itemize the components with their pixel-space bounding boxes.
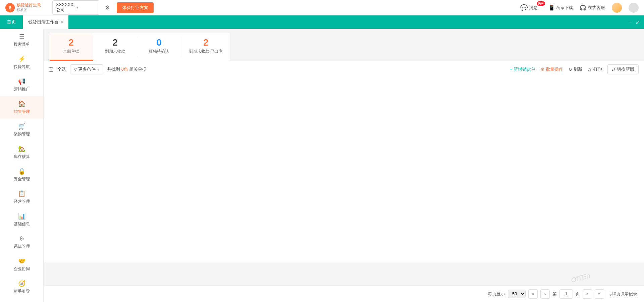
tab-home[interactable]: 首页 — [0, 15, 23, 29]
stat-label-all: 全部单据 — [63, 49, 79, 54]
sidebar-item-operations[interactable]: 📋 经营管理 — [0, 186, 43, 208]
switch-button[interactable]: ⇄ 切换新版 — [607, 64, 639, 74]
sidebar-label-guide: 新手引导 — [14, 289, 30, 294]
prev-page-icon: < — [544, 291, 546, 296]
sidebar-item-app-center[interactable]: 📦 应用中心 — [0, 298, 43, 302]
company-selector[interactable]: XXXXXX公司 ▾ — [52, 0, 99, 15]
online-service-label: 在线客服 — [588, 5, 605, 11]
sidebar-item-search[interactable]: ☰ 搜索菜单 — [0, 29, 43, 51]
sidebar-label-system: 系统管理 — [14, 244, 30, 249]
online-service-item[interactable]: 🎧 在线客服 — [580, 4, 605, 11]
logo-area: 6 畅捷通好生意 标准版 — [5, 3, 49, 13]
next-page-button[interactable]: > — [583, 289, 592, 299]
filter-button[interactable]: ▽ 更多条件 ∨ — [70, 64, 103, 74]
logo-sub: 标准版 — [17, 8, 41, 12]
batch-operation-button[interactable]: ⊞ 批量操作 — [541, 66, 563, 72]
sidebar: ☰ 搜索菜单 ⚡ 快捷导航 📢 营销推广 🏠 销售管理 🛒 采购管理 🏡 库存核… — [0, 29, 44, 302]
sidebar-label-search: 搜索菜单 — [14, 42, 30, 47]
stat-card-overdue[interactable]: 2 到期未收款 — [93, 33, 137, 61]
message-icon: 💬 — [520, 4, 528, 11]
online-service-icon: 🎧 — [580, 4, 586, 11]
tab-bar-actions: − ⤢ — [629, 19, 644, 25]
sidebar-item-sales[interactable]: 🏠 销售管理 — [0, 96, 43, 119]
total-info: 共0页,0条记录 — [609, 291, 637, 297]
stat-num-overdue: 2 — [112, 37, 118, 48]
app-download-item[interactable]: 📱 App下载 — [548, 4, 573, 11]
cooperation-icon: 🤝 — [18, 257, 25, 265]
sidebar-label-purchase: 采购管理 — [14, 131, 30, 137]
system-icon: ⚙ — [19, 235, 24, 242]
sidebar-item-inventory[interactable]: 🏡 库存核算 — [0, 141, 43, 164]
stats-section: 2 全部单据 2 到期未收款 0 旺铺待确认 2 到期未收款 已出库 — [44, 29, 644, 61]
filter-arrow-icon: ∨ — [97, 68, 99, 71]
refresh-button[interactable]: ↻ 刷新 — [569, 66, 582, 72]
prev-page-button[interactable]: < — [540, 289, 550, 299]
messages-item[interactable]: 💬 消息 99+ — [520, 4, 542, 11]
table-area — [44, 78, 644, 262]
batch-icon: ⊞ — [541, 67, 544, 72]
guide-icon: 🧭 — [18, 280, 25, 287]
toolbar-right: + 新增销货单 ⊞ 批量操作 ↻ 刷新 🖨 打印 — [510, 64, 639, 74]
sidebar-item-quick-nav[interactable]: ⚡ 快捷导航 — [0, 51, 43, 74]
found-text: 共找到 0条 相关单据 — [107, 66, 147, 72]
filter-icon: ▽ — [74, 67, 77, 72]
found-suffix: 相关单据 — [129, 67, 147, 72]
logo-icon: 6 — [5, 3, 15, 12]
sidebar-label-marketing: 营销推广 — [14, 86, 30, 92]
messages-label: 消息 — [529, 5, 538, 11]
avatar-placeholder — [629, 3, 639, 13]
settings-icon[interactable]: ⚙ — [102, 2, 113, 13]
messages-badge: 99+ — [537, 1, 545, 6]
operations-icon: 📋 — [18, 190, 25, 197]
stat-label-overdue: 到期未收款 — [105, 49, 125, 54]
tab-close-icon[interactable]: × — [61, 20, 63, 24]
per-page-select[interactable]: 50 — [508, 290, 526, 298]
sidebar-item-marketing[interactable]: 📢 营销推广 — [0, 74, 43, 96]
add-sale-button[interactable]: + 新增销货单 — [510, 66, 535, 72]
page-label: 第 — [552, 291, 557, 297]
app-download-label: App下载 — [556, 5, 573, 11]
refresh-icon: ↻ — [569, 67, 572, 72]
inventory-icon: 🏡 — [18, 145, 25, 153]
sidebar-label-cooperation: 企业协同 — [14, 266, 30, 272]
tab-minimize-icon[interactable]: − — [629, 19, 632, 25]
per-page-label: 每页显示 — [488, 291, 505, 297]
tab-bar: 首页 钱货日清工作台 × − ⤢ — [0, 15, 644, 29]
app-download-icon: 📱 — [548, 4, 555, 11]
stat-card-all[interactable]: 2 全部单据 — [49, 33, 93, 61]
stat-label-shipped: 到期未收款 已出库 — [189, 49, 222, 54]
sidebar-label-inventory: 库存核算 — [14, 154, 30, 160]
base-info-icon: 📊 — [18, 213, 25, 220]
sidebar-item-system[interactable]: ⚙ 系统管理 — [0, 231, 43, 253]
stat-card-pending[interactable]: 0 旺铺待确认 — [137, 33, 181, 61]
print-icon: 🖨 — [588, 67, 592, 72]
refresh-label: 刷新 — [574, 66, 582, 72]
tab-fullscreen-icon[interactable]: ⤢ — [636, 19, 640, 25]
sidebar-item-cooperation[interactable]: 🤝 企业协同 — [0, 253, 43, 276]
search-menu-icon: ☰ — [19, 33, 24, 40]
sidebar-label-finance: 资金管理 — [14, 176, 30, 182]
sidebar-item-purchase[interactable]: 🛒 采购管理 — [0, 119, 43, 141]
finance-icon: 🔒 — [18, 168, 25, 175]
sidebar-label-operations: 经营管理 — [14, 199, 30, 204]
tab-active-label: 钱货日清工作台 — [28, 19, 59, 25]
print-button[interactable]: 🖨 打印 — [588, 66, 602, 72]
last-page-button[interactable]: » — [595, 289, 604, 299]
sidebar-item-guide[interactable]: 🧭 新手引导 — [0, 276, 43, 298]
select-all-checkbox[interactable] — [49, 67, 53, 72]
stat-num-all: 2 — [68, 37, 74, 48]
sidebar-item-finance[interactable]: 🔒 资金管理 — [0, 164, 43, 186]
stat-card-shipped[interactable]: 2 到期未收款 已出库 — [181, 33, 230, 61]
page-number-input[interactable] — [559, 289, 573, 299]
sidebar-label-base-info: 基础信息 — [14, 221, 30, 227]
next-page-icon: > — [586, 291, 589, 296]
quick-nav-icon: ⚡ — [18, 55, 25, 63]
tab-active[interactable]: 钱货日清工作台 × — [23, 15, 68, 29]
filter-label: 更多条件 — [78, 66, 96, 72]
sidebar-item-base-info[interactable]: 📊 基础信息 — [0, 208, 43, 231]
avatar[interactable] — [612, 3, 622, 13]
trial-button[interactable]: 体验行业方案 — [117, 2, 154, 13]
found-prefix: 共找到 — [107, 67, 120, 72]
first-page-button[interactable]: « — [528, 289, 538, 299]
sales-icon: 🏠 — [18, 100, 25, 108]
